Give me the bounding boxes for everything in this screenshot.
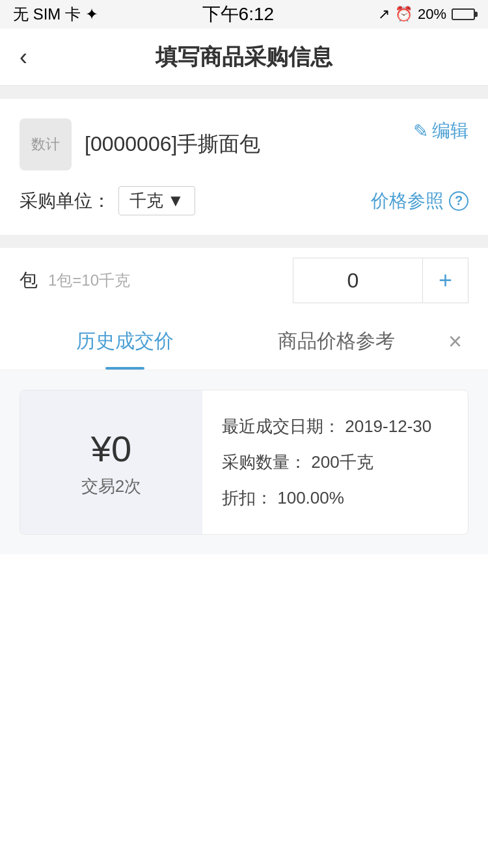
logo-text: 数计 xyxy=(31,135,60,154)
price-ref-label: 价格参照 xyxy=(371,189,444,213)
price-amount: ¥0 xyxy=(91,427,131,470)
product-left: 数计 [0000006]手撕面包 xyxy=(20,118,260,170)
tab-history-price[interactable]: 历史成交价 xyxy=(20,313,230,370)
tab-close-button[interactable]: × xyxy=(442,323,468,360)
status-left: 无 SIM 卡 ✦ xyxy=(13,4,98,25)
tab-product-price-ref[interactable]: 商品价格参考 xyxy=(230,313,441,370)
unit-value: 千克 xyxy=(129,189,163,212)
discount-label: 折扣： xyxy=(222,488,273,508)
qty-plus-button[interactable]: + xyxy=(423,258,468,303)
back-button[interactable]: ‹ xyxy=(13,37,34,77)
alarm-icon: ⏰ xyxy=(395,6,413,23)
section-divider xyxy=(0,235,488,248)
bottom-area xyxy=(0,554,488,868)
unit-left: 采购单位： 千克 ▼ xyxy=(20,186,195,215)
product-logo: 数计 xyxy=(20,118,72,170)
qty-conversion: 1包=10千克 xyxy=(48,270,130,291)
price-left-panel: ¥0 交易2次 xyxy=(20,390,202,534)
purchase-qty-value: 200千克 xyxy=(311,452,373,472)
help-icon: ? xyxy=(449,191,468,211)
battery-percent: 20% xyxy=(418,6,446,23)
unit-select[interactable]: 千克 ▼ xyxy=(118,186,195,215)
quantity-section: 包 1包=10千克 + xyxy=(0,248,488,313)
tab-history-label: 历史成交价 xyxy=(76,328,174,355)
price-content: ¥0 交易2次 最近成交日期： 2019-12-30 采购数量： 200千克 折… xyxy=(0,370,488,554)
purchase-qty-label: 采购数量： xyxy=(222,452,306,472)
price-detail-discount: 折扣： 100.00% xyxy=(222,485,448,511)
unit-label: 采购单位： xyxy=(20,189,111,213)
location-icon: ↗ xyxy=(378,6,390,23)
qty-label-group: 包 1包=10千克 xyxy=(20,268,130,293)
product-name: [0000006]手撕面包 xyxy=(85,130,260,159)
edit-icon: ✎ xyxy=(413,120,428,142)
product-header: 数计 [0000006]手撕面包 ✎ 编辑 xyxy=(20,118,468,170)
tab-active-underline xyxy=(105,367,144,370)
qty-unit-label: 包 xyxy=(20,268,38,293)
edit-button[interactable]: ✎ 编辑 xyxy=(413,118,468,143)
battery-icon xyxy=(452,8,475,20)
price-detail-qty: 采购数量： 200千克 xyxy=(222,450,448,475)
nav-bar: ‹ 填写商品采购信息 xyxy=(0,29,488,86)
discount-value: 100.00% xyxy=(277,488,344,508)
status-bar: 无 SIM 卡 ✦ 下午6:12 ↗ ⏰ 20% xyxy=(0,0,488,29)
qty-input[interactable] xyxy=(293,258,423,303)
product-unit-row: 采购单位： 千克 ▼ 价格参照 ? xyxy=(20,186,468,215)
price-ref-button[interactable]: 价格参照 ? xyxy=(371,189,468,213)
recent-date-label: 最近成交日期： xyxy=(222,416,340,436)
tab-product-label: 商品价格参考 xyxy=(278,328,395,355)
dropdown-arrow-icon: ▼ xyxy=(167,191,184,211)
edit-label: 编辑 xyxy=(432,118,468,143)
price-card: ¥0 交易2次 最近成交日期： 2019-12-30 采购数量： 200千克 折… xyxy=(20,390,468,535)
page-title: 填写商品采购信息 xyxy=(156,42,332,72)
recent-date-value: 2019-12-30 xyxy=(345,416,431,436)
price-detail-date: 最近成交日期： 2019-12-30 xyxy=(222,414,448,439)
tabs-header: 历史成交价 商品价格参考 × xyxy=(0,313,488,370)
price-trades: 交易2次 xyxy=(81,475,141,498)
status-right: ↗ ⏰ 20% xyxy=(378,6,475,23)
tabs-section: 历史成交价 商品价格参考 × ¥0 交易2次 最近成交日期： 2019-12-3… xyxy=(0,313,488,554)
product-section: 数计 [0000006]手撕面包 ✎ 编辑 采购单位： 千克 ▼ 价格参照 ? xyxy=(0,99,488,235)
no-sim-label: 无 SIM 卡 ✦ xyxy=(13,4,98,25)
status-time: 下午6:12 xyxy=(202,2,275,27)
price-right-panel: 最近成交日期： 2019-12-30 采购数量： 200千克 折扣： 100.0… xyxy=(202,390,468,534)
qty-input-group: + xyxy=(293,258,468,303)
